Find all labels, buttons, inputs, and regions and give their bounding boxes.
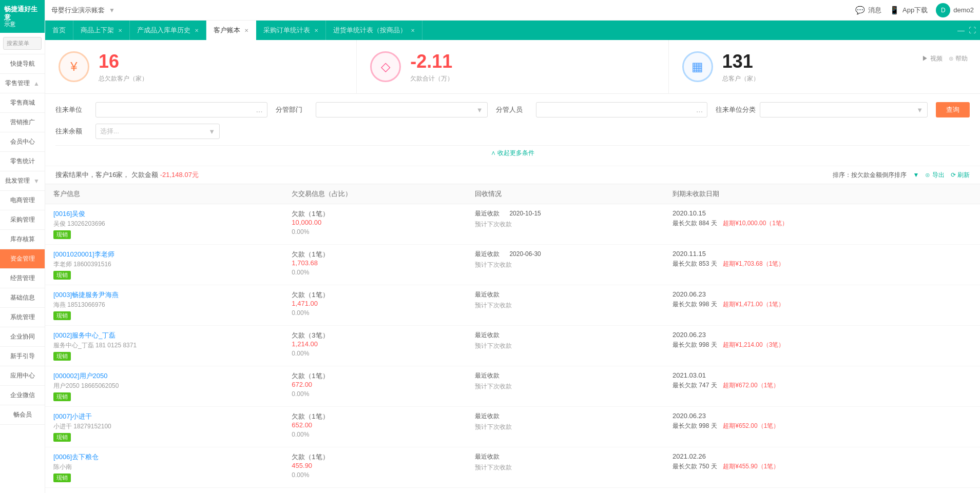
sidebar-item-enterprise-wechat[interactable]: 企业微信: [0, 386, 45, 405]
dropdown-icon[interactable]: ▼: [109, 7, 115, 14]
sidebar-item-operations[interactable]: 经营管理: [0, 269, 45, 288]
customer-info-cell: [000002]用户2050 用户2050 18665062050 现销: [45, 366, 283, 407]
tab-close-icon[interactable]: ✕: [411, 28, 415, 33]
collect-status-cell: 最近收款 2020-10-15 预计下次收款: [467, 204, 664, 245]
sidebar-item-system[interactable]: 系统管理: [0, 308, 45, 327]
message-icon: 💬: [855, 6, 865, 15]
recent-collect: 最近收款: [475, 452, 656, 461]
sidebar-item-vip-member[interactable]: 畅会员: [0, 405, 45, 425]
debt-amount-label: 欠款合计（万）: [410, 74, 453, 83]
help-btn[interactable]: ⊙ 帮助: [949, 54, 968, 63]
tabs-minimize-icon[interactable]: —: [957, 26, 965, 34]
sidebar-item-purchase-mgmt[interactable]: 采购管理: [0, 210, 45, 230]
avatar: D: [936, 3, 950, 17]
unit-category-select[interactable]: ▼: [760, 102, 928, 117]
customer-info-cell: [0016]吴俊 吴俊 13026203696 现销: [45, 204, 283, 245]
tab-customer-account[interactable]: 客户账本 ✕: [206, 21, 256, 40]
overdue-link[interactable]: 超期¥1,214.00（3笔）: [723, 341, 784, 348]
source-unit-input[interactable]: ...: [95, 102, 267, 117]
chevron-down-icon[interactable]: ▼: [913, 171, 919, 179]
sidebar-item-retail-store[interactable]: 零售商城: [0, 93, 45, 113]
export-btn[interactable]: ⊙ 导出: [925, 171, 944, 180]
overdue-link[interactable]: 超期¥455.90（1笔）: [723, 463, 779, 470]
overdue-link[interactable]: 超期¥652.00（1笔）: [723, 422, 779, 429]
overdue-link[interactable]: 超期¥10,000.00（1笔）: [723, 220, 788, 227]
tab-instock-stats-product[interactable]: 进货单统计表（按商品） ✕: [326, 21, 422, 40]
app-download-btn[interactable]: 📱 App下载: [890, 6, 928, 15]
sidebar-item-label: 库存核算: [4, 235, 41, 244]
tab-close-icon[interactable]: ✕: [195, 28, 199, 33]
tab-purchase-order-stats[interactable]: 采购订单统计表 ✕: [256, 21, 326, 40]
collapse-bar[interactable]: ∧ 收起更多条件: [55, 145, 970, 161]
customer-name-link[interactable]: [0001020001]李老师: [53, 250, 275, 259]
customer-info-cell: [0001020001]李老师 李老师 18600391516 现销: [45, 245, 283, 285]
overdue-info: 最长欠款 853 天 超期¥1,703.68（1笔）: [672, 260, 972, 268]
recent-collect: 最近收款 2020-10-15: [475, 209, 656, 218]
sidebar-item-capital[interactable]: 资金管理: [0, 249, 45, 269]
customer-name-link[interactable]: [0002]服务中心_丁磊: [53, 331, 275, 340]
debt-count: 欠款（1笔）: [292, 209, 458, 219]
sidebar-item-batch-mgmt[interactable]: 批发管理 ▼: [0, 171, 45, 191]
debt-count: 欠款（1笔）: [292, 371, 458, 381]
tabs-maximize-icon[interactable]: ⛶: [969, 26, 976, 34]
sidebar-search-area[interactable]: 搜索菜单: [0, 33, 45, 54]
due-date: 2020.06.23: [672, 290, 972, 298]
recent-collect-label: 最近收款: [475, 291, 499, 298]
tab-home[interactable]: 首页: [45, 21, 73, 40]
unit-category-label: 往来单位分类: [716, 105, 756, 114]
tab-close-icon[interactable]: ✕: [244, 28, 248, 33]
debt-count: 欠款（1笔）: [292, 250, 458, 259]
customer-name-link[interactable]: [000002]用户2050: [53, 371, 275, 381]
debt-customers-value: 16: [99, 51, 148, 72]
refresh-btn[interactable]: ⟳ 刷新: [951, 171, 970, 180]
customer-name-link[interactable]: [0016]吴俊: [53, 209, 275, 219]
balance-select[interactable]: 选择... ▼: [95, 124, 220, 139]
due-date-cell: 2021.03.01 最长欠款 747 天 超期¥672.00（1笔）: [664, 366, 980, 407]
recent-collect-label: 最近收款: [475, 453, 499, 460]
overdue-days: 最长欠款 998 天: [672, 301, 717, 308]
user-menu[interactable]: D demo2: [936, 3, 974, 17]
sidebar-item-ecommerce[interactable]: 电商管理: [0, 191, 45, 210]
export-icon: ⊙: [925, 171, 930, 179]
col-debt-info: 欠交易信息（占比）: [283, 184, 466, 204]
overdue-link[interactable]: 超期¥672.00（1笔）: [723, 382, 779, 389]
tab-label: 首页: [52, 26, 66, 35]
sidebar-item-marketing[interactable]: 营销推广: [0, 113, 45, 132]
customer-info-cell: [0006]去下粮仓 陈小南 现销: [45, 447, 283, 488]
tab-product-up-down[interactable]: 商品上下架 ✕: [73, 21, 130, 40]
dept-select[interactable]: ▼: [316, 102, 488, 117]
sidebar-item-basic-info[interactable]: 基础信息: [0, 288, 45, 308]
collect-status-cell: 最近收款 预计下次收款: [467, 285, 664, 326]
view-btn[interactable]: ▶ 视频: [922, 54, 942, 63]
sidebar-item-member-center[interactable]: 会员中心: [0, 132, 45, 152]
sidebar-item-retail-stats[interactable]: 零售统计: [0, 152, 45, 171]
search-menu-button[interactable]: 搜索菜单: [3, 37, 42, 50]
debt-pct: 0.00%: [292, 471, 458, 479]
sidebar-item-enterprise-coop[interactable]: 企业协同: [0, 327, 45, 347]
debt-customers-label: 总欠款客户（家）: [99, 74, 148, 83]
sidebar-item-quick-nav[interactable]: 快捷导航: [0, 54, 45, 74]
stats-row: ¥ 16 总欠款客户（家） ◇ -2.11 欠款合计（万）: [45, 40, 980, 94]
manager-input[interactable]: ...: [536, 102, 708, 117]
overdue-info: 最长欠款 750 天 超期¥455.90（1笔）: [672, 462, 972, 471]
tab-label: 进货单统计表（按商品）: [333, 26, 407, 35]
query-button[interactable]: 查询: [936, 102, 970, 117]
debt-pct: 0.00%: [292, 390, 458, 398]
sidebar-item-retail-mgmt[interactable]: 零售管理 ▲: [0, 74, 45, 93]
sidebar-item-label: 新手引导: [4, 352, 41, 361]
sidebar-item-app-center[interactable]: 应用中心: [0, 366, 45, 386]
message-btn[interactable]: 💬 消息: [855, 6, 881, 15]
overdue-link[interactable]: 超期¥1,471.00（1笔）: [723, 301, 784, 308]
tab-close-icon[interactable]: ✕: [314, 28, 318, 33]
tab-product-instock-history[interactable]: 产成品入库单历史 ✕: [130, 21, 206, 40]
overdue-link[interactable]: 超期¥1,703.68（1笔）: [723, 260, 784, 267]
tab-close-icon[interactable]: ✕: [118, 28, 122, 33]
customer-name-link[interactable]: [0003]畅捷服务尹海燕: [53, 290, 275, 300]
sidebar-item-label: 零售统计: [4, 157, 41, 166]
customer-name-link[interactable]: [0006]去下粮仓: [53, 452, 275, 462]
sidebar-item-new-guide[interactable]: 新手引导: [0, 347, 45, 366]
due-date: 2020.06.23: [672, 331, 972, 339]
overdue-info: 最长欠款 998 天 超期¥652.00（1笔）: [672, 422, 972, 430]
customer-name-link[interactable]: [0007]小进干: [53, 412, 275, 421]
sidebar-item-inventory[interactable]: 库存核算: [0, 230, 45, 249]
